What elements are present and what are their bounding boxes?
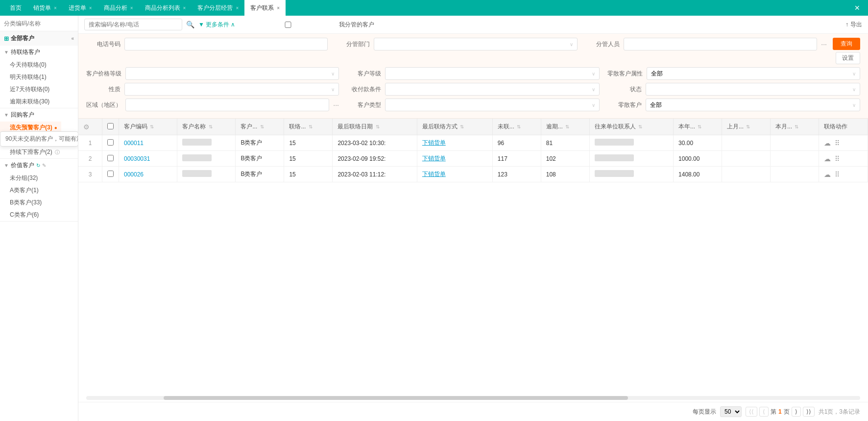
this-month-column-header[interactable]: 本月... ⇅ — [771, 119, 819, 135]
code-column-header[interactable]: 客户编码 ⇅ — [119, 119, 177, 135]
search-input[interactable] — [84, 19, 182, 30]
refresh-icon[interactable]: ↻ — [36, 163, 40, 168]
sidebar-item-type-c[interactable]: C类客户(6) — [0, 209, 78, 221]
contact-action-icon[interactable]: ☁ — [824, 139, 831, 147]
sidebar-item-type-a[interactable]: A类客户(1) — [0, 184, 78, 197]
sidebar-search-input[interactable] — [4, 20, 77, 27]
sidebar-all-customers[interactable]: ⊞ 全部客户 « — [0, 31, 78, 46]
close-purchase-tab[interactable]: × — [89, 5, 92, 11]
last-contact-method[interactable]: 下销货单 — [417, 151, 492, 167]
settings-button[interactable]: 设置 — [836, 52, 860, 64]
close-product-analysis-tab[interactable]: × — [130, 5, 133, 11]
action-icons: ☁ ⠿ — [824, 171, 863, 178]
prev-page-button[interactable]: ⟨ — [759, 407, 769, 417]
tab-customer-layer[interactable]: 客户分层经营 × — [192, 0, 244, 16]
group-pending-header[interactable]: ▼ 待联络客户 — [0, 46, 78, 59]
horizontal-scrollbar[interactable] — [86, 396, 860, 400]
select-all-checkbox[interactable] — [107, 123, 114, 129]
last-page-button[interactable]: ⟩⟩ — [803, 407, 815, 417]
per-page-select[interactable]: 50 — [720, 406, 742, 417]
customer-level-select[interactable]: ∨ — [385, 67, 600, 80]
blurred-name — [182, 170, 212, 177]
customer-code[interactable]: 000011 — [119, 135, 177, 151]
chevron-down-icon8: ∨ — [592, 102, 595, 108]
sidebar-item-overdue[interactable]: 逾期未联络(30) — [0, 96, 78, 108]
contact-person-column-header[interactable]: 往来单位联系人 ⇅ — [589, 119, 673, 135]
last-method-link[interactable]: 下销货单 — [422, 171, 446, 177]
group-value-header[interactable]: ▼ 价值客户 ↻ ✎ — [0, 159, 78, 172]
row-checkbox[interactable] — [107, 139, 114, 146]
no-contact-column-header[interactable]: 未联... ⇅ — [492, 119, 541, 135]
department-select[interactable]: ∨ — [374, 38, 577, 50]
customer-code[interactable]: 000026 — [119, 167, 177, 182]
customer-type-select[interactable]: ∨ — [385, 99, 600, 111]
name-column-header[interactable]: 客户名称 ⇅ — [177, 119, 236, 135]
last-contact-method[interactable]: 下销货单 — [417, 167, 492, 182]
my-customers-check[interactable] — [239, 22, 337, 28]
more-action-icon[interactable]: ⠿ — [835, 171, 840, 178]
last-month-column-header[interactable]: 上月... ⇅ — [722, 119, 771, 135]
row-checkbox[interactable] — [107, 155, 114, 161]
row-checkbox-cell[interactable] — [102, 151, 119, 167]
group-repurchase-header[interactable]: ▼ 回购客户 — [0, 108, 78, 122]
overdue-column-header[interactable]: 逾期... ⇅ — [541, 119, 589, 135]
sidebar-item-ungrouped[interactable]: 未分组(32) — [0, 172, 78, 184]
blurred-contact — [595, 170, 634, 177]
my-customers-checkbox[interactable]: 我分管的客户 — [239, 21, 374, 29]
contact-column-header[interactable]: 联络... ⇅ — [284, 119, 333, 135]
tab-product-list[interactable]: 商品分析列表 × — [139, 0, 192, 16]
payment-select[interactable]: ∨ — [385, 83, 600, 96]
checkbox-column-header[interactable] — [102, 119, 119, 135]
zero-attr-select[interactable]: 全部 ∨ — [647, 67, 860, 80]
tab-product-analysis[interactable]: 商品分析 × — [98, 0, 139, 16]
customer-code[interactable]: 00030031 — [119, 151, 177, 167]
zero-customer-select[interactable]: 全部 ∨ — [646, 99, 860, 111]
more-action-icon[interactable]: ⠿ — [835, 155, 840, 163]
sidebar-item-declining[interactable]: 持续下滑客户(2) ⓘ — [0, 146, 78, 158]
tab-customer-contact[interactable]: 客户联系 × — [244, 0, 286, 16]
sidebar-item-type-b[interactable]: B类客户(33) — [0, 197, 78, 209]
more-options-icon[interactable]: ··· — [821, 40, 827, 48]
status-select[interactable]: ∨ — [646, 83, 860, 96]
more-conditions-button[interactable]: ▼ 更多条件 ∧ — [198, 21, 235, 29]
tab-home[interactable]: 首页 — [4, 0, 27, 16]
phone-input[interactable] — [124, 38, 328, 50]
contact-action-icon[interactable]: ☁ — [824, 171, 831, 178]
last-method-link[interactable]: 下销货单 — [422, 139, 446, 146]
last-contact-method[interactable]: 下销货单 — [417, 135, 492, 151]
export-button[interactable]: ↑ 导出 — [845, 21, 862, 29]
row-checkbox-cell[interactable] — [102, 135, 119, 151]
edit-icon[interactable]: ✎ — [42, 163, 46, 168]
this-year-column-header[interactable]: 本年... ⇅ — [674, 119, 722, 135]
last-method-column-header[interactable]: 最后联络方式 ⇅ — [417, 119, 492, 135]
row-checkbox[interactable] — [107, 171, 114, 177]
this-month-amount — [771, 167, 819, 182]
close-customer-layer-tab[interactable]: × — [236, 5, 239, 11]
region-input[interactable] — [125, 99, 329, 111]
query-button[interactable]: 查询 — [833, 38, 860, 50]
sidebar-item-week[interactable]: 近7天待联络(0) — [0, 83, 78, 96]
tab-purchase[interactable]: 进货单 × — [63, 0, 98, 16]
price-level-select[interactable]: ∨ — [125, 67, 339, 80]
next-page-button[interactable]: ⟩ — [792, 407, 801, 417]
sidebar-item-today[interactable]: 今天待联络(0) — [0, 59, 78, 71]
search-button[interactable]: 🔍 — [186, 21, 194, 28]
close-window-button[interactable]: ✕ — [850, 4, 864, 12]
sidebar-item-tomorrow[interactable]: 明天待联络(1) — [0, 71, 78, 83]
gear-column-header[interactable]: ⚙ — [78, 119, 102, 135]
row-checkbox-cell[interactable] — [102, 167, 119, 182]
close-product-list-tab[interactable]: × — [183, 5, 186, 11]
tab-sales[interactable]: 销货单 × — [27, 0, 63, 16]
last-date-column-header[interactable]: 最后联络日期 ⇅ — [333, 119, 417, 135]
nature-select[interactable]: ∨ — [124, 83, 339, 96]
manager-select[interactable] — [624, 38, 818, 50]
close-customer-contact-tab[interactable]: × — [277, 5, 280, 11]
close-sales-tab[interactable]: × — [54, 5, 57, 11]
contact-action-icon[interactable]: ☁ — [824, 155, 831, 163]
last-method-link[interactable]: 下销货单 — [422, 155, 446, 162]
region-more-icon[interactable]: ··· — [333, 101, 339, 109]
more-action-icon[interactable]: ⠿ — [835, 139, 840, 147]
first-page-button[interactable]: ⟨⟨ — [746, 407, 757, 417]
scroll-thumb[interactable] — [164, 396, 628, 400]
type-column-header[interactable]: 客户... ⇅ — [236, 119, 284, 135]
